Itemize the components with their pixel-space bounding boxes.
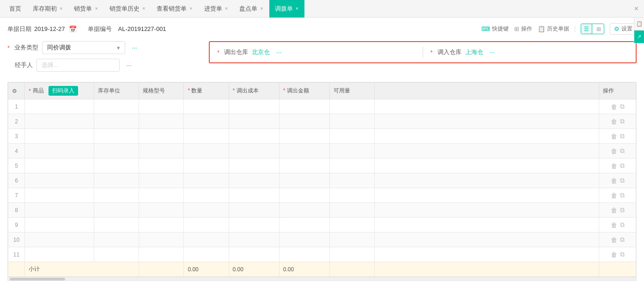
row-6-cost[interactable] (229, 173, 279, 188)
row-1-available[interactable] (330, 99, 375, 114)
row-7-available[interactable] (330, 188, 375, 203)
row-9-quantity[interactable] (184, 218, 229, 232)
row-5-unit[interactable] (94, 159, 139, 173)
row-7-unit[interactable] (94, 188, 139, 203)
row-7-product[interactable] (25, 188, 94, 203)
row-8-spec[interactable] (139, 203, 184, 218)
row-1-delete-icon[interactable]: 🗑 (611, 103, 617, 110)
business-type-more-icon[interactable]: ··· (132, 44, 137, 51)
operation-btn[interactable]: ⊞ 操作 (514, 25, 532, 33)
transfer-in-more-icon[interactable]: ··· (490, 49, 495, 56)
row-5-available[interactable] (330, 159, 375, 173)
row-3-cost[interactable] (229, 129, 279, 144)
row-8-copy-icon[interactable]: ⧉ (620, 206, 625, 214)
row-6-spec[interactable] (139, 173, 184, 188)
row-2-cost[interactable] (229, 114, 279, 129)
row-10-spec[interactable] (139, 232, 184, 247)
tab-view-sales-close[interactable]: × (189, 6, 192, 11)
row-10-available[interactable] (330, 232, 375, 247)
row-10-product[interactable] (25, 232, 94, 247)
row-1-copy-icon[interactable]: ⧉ (620, 103, 625, 110)
row-6-delete-icon[interactable]: 🗑 (611, 177, 617, 184)
row-9-amount[interactable] (279, 218, 329, 232)
row-4-unit[interactable] (94, 144, 139, 159)
layout-list-btn[interactable]: ☰ (581, 24, 592, 34)
row-11-delete-icon[interactable]: 🗑 (611, 251, 617, 258)
tab-inventory-check-close[interactable]: × (260, 6, 263, 11)
history-btn[interactable]: 📋 历史单据 (538, 25, 569, 33)
row-3-quantity[interactable] (184, 129, 229, 144)
settings-btn[interactable]: ⚙ 设置 (610, 23, 637, 35)
row-2-spec[interactable] (139, 114, 184, 129)
row-11-quantity[interactable] (184, 247, 229, 262)
row-3-amount[interactable] (279, 129, 329, 144)
row-6-available[interactable] (330, 173, 375, 188)
row-7-cost[interactable] (229, 188, 279, 203)
row-1-quantity[interactable] (184, 99, 229, 114)
row-11-unit[interactable] (94, 247, 139, 262)
business-type-dropdown[interactable]: 同价调拨 ▾ (42, 41, 125, 54)
row-5-spec[interactable] (139, 159, 184, 173)
shortcut-btn[interactable]: ⌨ 快捷键 (481, 25, 509, 33)
tab-home[interactable]: 首页 (4, 0, 27, 18)
tab-inventory-init[interactable]: 库存期初 × (27, 0, 68, 18)
row-7-spec[interactable] (139, 188, 184, 203)
row-2-quantity[interactable] (184, 114, 229, 129)
tab-inventory-check[interactable]: 盘点单 × (234, 0, 269, 18)
row-4-amount[interactable] (279, 144, 329, 159)
side-notes-btn[interactable]: 📋 (634, 18, 644, 31)
row-7-amount[interactable] (279, 188, 329, 203)
row-9-copy-icon[interactable]: ⧉ (620, 221, 625, 229)
row-5-copy-icon[interactable]: ⧉ (620, 162, 625, 170)
row-2-delete-icon[interactable]: 🗑 (611, 118, 617, 125)
row-1-product[interactable] (25, 99, 94, 114)
row-11-available[interactable] (330, 247, 375, 262)
row-10-amount[interactable] (279, 232, 329, 247)
row-8-amount[interactable] (279, 203, 329, 218)
row-5-amount[interactable] (279, 159, 329, 173)
row-8-delete-icon[interactable]: 🗑 (611, 207, 617, 214)
tab-transfer-order-close[interactable]: × (296, 6, 298, 11)
row-4-copy-icon[interactable]: ⧉ (620, 147, 625, 155)
row-8-cost[interactable] (229, 203, 279, 218)
row-7-quantity[interactable] (184, 188, 229, 203)
row-1-amount[interactable] (279, 99, 329, 114)
row-9-cost[interactable] (229, 218, 279, 232)
row-4-cost[interactable] (229, 144, 279, 159)
row-10-delete-icon[interactable]: 🗑 (611, 236, 617, 244)
window-close-icon[interactable]: × (634, 5, 638, 13)
row-3-delete-icon[interactable]: 🗑 (611, 133, 617, 140)
row-10-quantity[interactable] (184, 232, 229, 247)
row-8-product[interactable] (25, 203, 94, 218)
row-9-product[interactable] (25, 218, 94, 232)
row-7-delete-icon[interactable]: 🗑 (611, 192, 617, 199)
row-2-available[interactable] (330, 114, 375, 129)
row-9-available[interactable] (330, 218, 375, 232)
row-3-copy-icon[interactable]: ⧉ (620, 132, 625, 140)
row-4-delete-icon[interactable]: 🗑 (611, 147, 617, 155)
scroll-thumb[interactable] (10, 278, 65, 281)
row-4-spec[interactable] (139, 144, 184, 159)
handler-more-icon[interactable]: ··· (126, 61, 132, 69)
row-2-copy-icon[interactable]: ⧉ (620, 117, 625, 125)
row-5-cost[interactable] (229, 159, 279, 173)
scan-barcode-btn[interactable]: 扫码录入 (49, 86, 78, 96)
transfer-out-more-icon[interactable]: ··· (276, 49, 282, 56)
tab-inventory-init-close[interactable]: × (60, 6, 62, 11)
row-11-spec[interactable] (139, 247, 184, 262)
row-10-cost[interactable] (229, 232, 279, 247)
tab-transfer-order[interactable]: 调拨单 × (269, 0, 304, 18)
row-3-spec[interactable] (139, 129, 184, 144)
row-2-product[interactable] (25, 114, 94, 129)
horizontal-scrollbar[interactable] (8, 277, 636, 281)
calendar-icon[interactable]: 📅 (69, 25, 77, 33)
row-6-unit[interactable] (94, 173, 139, 188)
row-8-unit[interactable] (94, 203, 139, 218)
row-2-unit[interactable] (94, 114, 139, 129)
row-5-delete-icon[interactable]: 🗑 (611, 162, 617, 170)
row-4-available[interactable] (330, 144, 375, 159)
row-1-unit[interactable] (94, 99, 139, 114)
row-9-delete-icon[interactable]: 🗑 (611, 221, 617, 229)
tab-view-sales[interactable]: 查看销货单 × (151, 0, 198, 18)
row-6-copy-icon[interactable]: ⧉ (620, 177, 625, 184)
